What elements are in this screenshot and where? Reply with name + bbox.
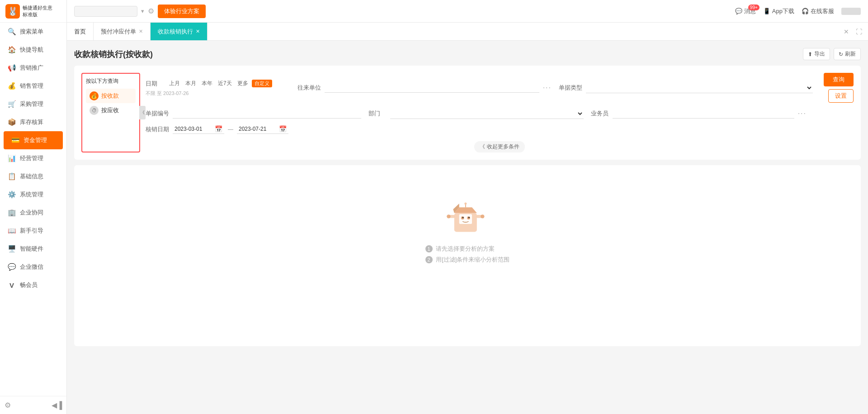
order-no-field: 单据编号 (146, 109, 361, 119)
query-panel-collapse[interactable]: 《 (139, 106, 146, 119)
finance-icon: 💳 (11, 136, 20, 145)
date-tab-7days[interactable]: 近7天 (216, 79, 234, 88)
headset-icon: 🎧 (802, 8, 809, 14)
header-left: ▾ ⚙ 体验行业方案 (74, 5, 206, 18)
tab-receipt-verify[interactable]: 收款核销执行 ✕ (151, 23, 208, 40)
sidebar-item-finance[interactable]: 💳 资金管理 (4, 131, 63, 149)
tab-maximize-icon[interactable]: ⛶ (854, 26, 864, 37)
user-name[interactable] (841, 8, 861, 15)
sidebar-item-operations[interactable]: 📊 经营管理 (0, 149, 66, 167)
sidebar-item-basics[interactable]: 📋 基础信息 (0, 167, 66, 186)
sidebar-item-wechat[interactable]: 💬 企业微信 (0, 258, 66, 276)
date-tab-last-month[interactable]: 上月 (167, 79, 182, 88)
order-no-label: 单据编号 (146, 109, 169, 118)
enterprise-icon: 🏢 (7, 208, 16, 217)
sidebar-item-member[interactable]: V 畅会员 (0, 276, 66, 294)
settings-icon[interactable]: ⚙ (5, 401, 11, 409)
collapse-up-icon: 《 (480, 143, 485, 151)
export-button[interactable]: ⬆ 导出 (803, 48, 830, 60)
sidebar-item-enterprise[interactable]: 🏢 企业协同 (0, 204, 66, 222)
filter-row-3: 核销日期 📅 — 📅 (146, 124, 854, 134)
page-content: 收款核销执行(按收款) ⬆ 导出 ↻ 刷新 按以下方查询 💰 按收款 (67, 41, 868, 414)
sidebar-item-system[interactable]: ⚙️ 系统管理 (0, 186, 66, 204)
tab-receipt-close[interactable]: ✕ (196, 29, 200, 34)
date-tab-this-month[interactable]: 本月 (184, 79, 198, 88)
query-button[interactable]: 查询 (824, 73, 854, 86)
tip-num-1: 1 (425, 245, 433, 252)
sidebar-item-smart-hw[interactable]: 🖥️ 智能硬件 (0, 240, 66, 258)
sidebar-collapse-icon[interactable]: ◀▐ (52, 401, 62, 409)
sidebar-item-label: 系统管理 (20, 190, 43, 199)
sidebar-item-label: 新手引导 (20, 227, 43, 235)
search-menu-icon: 🔍 (7, 27, 16, 36)
app-logo: 🐰 畅捷通好生意 标准版 (0, 0, 66, 23)
partner-field: 往来单位 ··· (297, 83, 552, 93)
order-type-label: 单据类型 (559, 84, 582, 92)
empty-tips: 1 请先选择要分析的方案 2 用[过滤]条件来缩小分析范围 (425, 245, 510, 264)
verify-date-to-wrap: 📅 (237, 124, 288, 134)
solution-button[interactable]: 体验行业方案 (158, 5, 206, 18)
header-search-input[interactable] (74, 6, 137, 17)
partner-more-icon[interactable]: ··· (543, 84, 552, 92)
svg-point-9 (464, 203, 467, 205)
sidebar-item-marketing[interactable]: 📢 营销推广 (0, 59, 66, 77)
tab-prepay-close[interactable]: ✕ (139, 29, 143, 34)
query-type-panel: 按以下方查询 💰 按收款 ⏱ 按应收 《 (81, 73, 140, 152)
verify-date-to-input[interactable] (239, 126, 277, 132)
sidebar-item-purchase[interactable]: 🛒 采购管理 (0, 95, 66, 113)
app-download-icon: 📱 (763, 8, 770, 14)
staff-more-icon[interactable]: ··· (798, 109, 807, 118)
verify-date-from-input[interactable] (175, 126, 213, 132)
partner-label: 往来单位 (297, 84, 321, 92)
order-type-select[interactable] (586, 82, 813, 93)
settings-gear-icon[interactable]: ⚙ (148, 7, 154, 15)
query-type-by-receipt[interactable]: 💰 按收款 (86, 89, 136, 103)
guide-icon: 📖 (7, 226, 16, 235)
partner-input[interactable] (325, 83, 539, 93)
query-type-by-receivable[interactable]: ⏱ 按应收 (86, 103, 136, 118)
date-label: 日期 (146, 80, 164, 88)
date-tab-more[interactable]: 更多 (236, 79, 250, 88)
date-tab-this-year[interactable]: 本年 (200, 79, 214, 88)
app-download-link[interactable]: 📱 App下载 (763, 7, 794, 15)
sidebar-item-label: 库存核算 (20, 118, 43, 126)
sidebar-item-label: 经营管理 (20, 154, 43, 162)
dept-label: 部门 (368, 109, 387, 118)
sidebar-item-guide[interactable]: 📖 新手引导 (0, 222, 66, 240)
empty-tip-2: 2 用[过滤]条件来缩小分析范围 (425, 256, 510, 264)
tab-home[interactable]: 首页 (67, 23, 94, 40)
staff-input[interactable] (613, 109, 794, 119)
dropdown-arrow-icon[interactable]: ▾ (141, 8, 144, 14)
sidebar-item-label: 基础信息 (20, 172, 43, 181)
refresh-icon: ↻ (839, 51, 843, 57)
message-icon: 💬 (735, 8, 742, 14)
date-tag-custom[interactable]: 自定义 (252, 80, 272, 87)
tab-prepay-label: 预付冲应付单 (101, 28, 136, 36)
order-no-input[interactable] (173, 109, 361, 119)
tab-close-all-icon[interactable]: ✕ (841, 26, 852, 37)
tab-prepay[interactable]: 预付冲应付单 ✕ (94, 23, 151, 40)
sidebar-bottom: ⚙ ◀▐ (0, 396, 66, 414)
sidebar-item-search-menu[interactable]: 🔍 搜索菜单 (0, 23, 66, 41)
verify-date-to-calendar-icon[interactable]: 📅 (279, 125, 287, 133)
sidebar-item-quick-nav[interactable]: 🏠 快捷导航 (0, 41, 66, 59)
sidebar: 🐰 畅捷通好生意 标准版 🔍 搜索菜单 🏠 快捷导航 📢 营销推广 💰 销售管理… (0, 0, 67, 414)
operations-icon: 📊 (7, 154, 16, 163)
settings-button[interactable]: 设置 (828, 89, 854, 103)
refresh-button[interactable]: ↻ 刷新 (834, 48, 861, 60)
app-name: 畅捷通好生意 (23, 5, 52, 11)
sidebar-item-sales[interactable]: 💰 销售管理 (0, 77, 66, 95)
online-service-link[interactable]: 🎧 在线客服 (802, 7, 834, 15)
export-icon: ⬆ (808, 51, 812, 57)
collapse-conditions-button[interactable]: 《 收起更多条件 (474, 141, 525, 152)
tip-num-2: 2 (425, 256, 433, 263)
action-buttons: 查询 设置 (824, 73, 854, 103)
filter-row-2: 单据编号 部门 业务员 ··· (146, 108, 854, 119)
sidebar-item-inventory[interactable]: 📦 库存核算 (0, 113, 66, 131)
staff-label: 业务员 (591, 109, 609, 118)
message-badge[interactable]: 💬 消息 99+ (735, 7, 756, 15)
sidebar-item-label: 搜索菜单 (20, 28, 43, 36)
dept-select[interactable] (390, 108, 584, 119)
empty-tip-1: 1 请先选择要分析的方案 (425, 245, 510, 253)
verify-date-from-calendar-icon[interactable]: 📅 (215, 125, 222, 133)
